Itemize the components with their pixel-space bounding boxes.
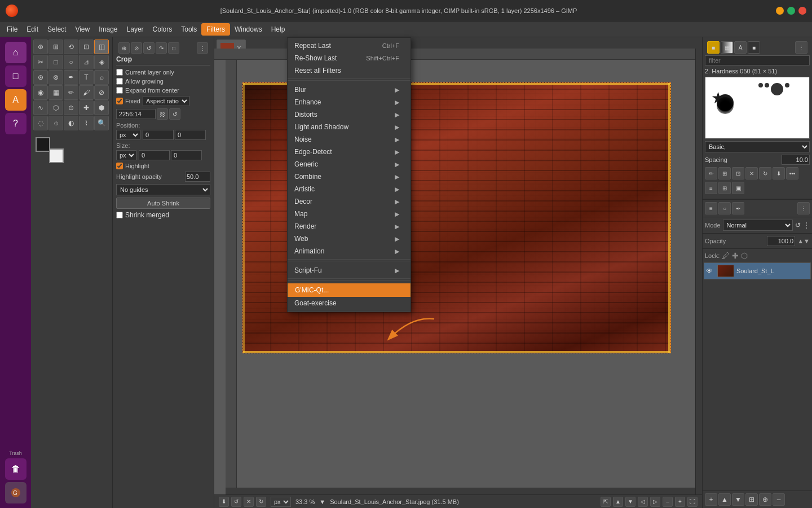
tool-pencil[interactable]: ✏	[64, 85, 78, 100]
zoom-out-icon[interactable]: –	[663, 497, 673, 507]
nav-down-icon[interactable]: ▼	[625, 497, 636, 507]
nav-up-icon[interactable]: ▲	[613, 497, 623, 507]
size-view-icon[interactable]: ▣	[732, 182, 744, 194]
generic-item[interactable]: Generic ▶	[288, 158, 411, 170]
fullscreen-icon[interactable]: ⛶	[687, 497, 698, 507]
edit-icon[interactable]: ✏	[705, 167, 717, 179]
more-icon[interactable]: •••	[786, 167, 798, 179]
enhance-item[interactable]: Enhance ▶	[288, 96, 411, 108]
tool-dodge-burn[interactable]: ◐	[64, 116, 78, 130]
dock-help[interactable]: ?	[5, 113, 27, 134]
foreground-color[interactable]	[36, 137, 50, 152]
tool-blur-sharpen[interactable]: ◌	[33, 116, 48, 130]
close-button[interactable]	[798, 7, 806, 15]
tool-airbrush[interactable]: ∿	[33, 100, 48, 115]
layer-item[interactable]: 👁 Soulard_St_L	[704, 262, 811, 279]
edge-detect-item[interactable]: Edge-Detect ▶	[288, 146, 411, 158]
highlight-opacity-input[interactable]	[185, 172, 210, 182]
vertical-scrollbar[interactable]	[695, 49, 702, 494]
copy-icon[interactable]: ⊞	[718, 167, 731, 179]
animation-item[interactable]: Animation ▶	[288, 245, 411, 257]
pos-x-input[interactable]	[143, 130, 174, 140]
position-unit-select[interactable]: px%mm	[116, 130, 140, 140]
tool-foreground-select[interactable]: ⊗	[48, 70, 63, 85]
repeat-last-item[interactable]: Repeat Last Ctrl+F	[288, 40, 411, 52]
new-layer-button[interactable]: +	[705, 493, 717, 506]
tool-options-icon4[interactable]: ↷	[156, 42, 167, 54]
noise-item[interactable]: Noise ▶	[288, 133, 411, 146]
menu-windows[interactable]: Windows	[230, 24, 267, 35]
gmic-item[interactable]: G'MIC-Qt...	[288, 283, 411, 297]
aspect-ratio-select[interactable]: Aspect ratio Width Height Size	[143, 96, 189, 106]
dock-home[interactable]: ⌂	[5, 42, 27, 63]
tool-paintbrush[interactable]: 🖌	[79, 85, 94, 100]
opacity-stepper[interactable]: ▲▼	[797, 238, 810, 244]
allow-growing-checkbox[interactable]	[116, 78, 123, 85]
export-icon[interactable]: ⬇	[219, 497, 229, 507]
shrink-merged-checkbox[interactable]	[116, 212, 123, 218]
delete-brush-icon[interactable]: ✕	[745, 167, 758, 179]
delete-icon[interactable]: ✕	[244, 497, 254, 507]
tool-eraser[interactable]: ⊘	[94, 85, 109, 100]
expand-from-center-checkbox[interactable]	[116, 87, 123, 94]
mode-more-icon[interactable]: ⋮	[803, 221, 810, 229]
menu-edit[interactable]: Edit	[22, 24, 43, 35]
menu-layer[interactable]: Layer	[122, 24, 148, 35]
pos-y-input[interactable]	[175, 130, 206, 140]
dock-window[interactable]: □	[5, 65, 27, 87]
dimension-reset[interactable]: ↺	[169, 108, 180, 120]
layer-visibility-icon[interactable]: 👁	[706, 267, 715, 275]
reset-all-filters-item[interactable]: Reset all Filters	[288, 64, 411, 77]
tool-select-by-color[interactable]: ⊛	[33, 70, 48, 85]
tool-paths[interactable]: ✒	[64, 70, 78, 85]
tool-options-icon5[interactable]: □	[168, 42, 179, 54]
web-item[interactable]: Web ▶	[288, 233, 411, 245]
menu-filters[interactable]: Filters	[201, 23, 230, 36]
maximize-button[interactable]	[787, 7, 795, 15]
tool-options-icon3[interactable]: ↺	[143, 42, 155, 54]
dock-gimp[interactable]: G	[5, 482, 27, 503]
grid-view-icon[interactable]: ⊞	[718, 182, 731, 194]
background-color[interactable]	[49, 148, 64, 163]
horizontal-scrollbar[interactable]	[226, 488, 702, 494]
dock-trash[interactable]: 🗑	[5, 458, 27, 480]
decor-item[interactable]: Decor ▶	[288, 195, 411, 208]
unit-select[interactable]: px	[271, 497, 291, 507]
tool-blend[interactable]: ▦	[48, 85, 63, 100]
panel-color-icon[interactable]: ■	[707, 41, 720, 54]
minimize-button[interactable]	[776, 7, 784, 15]
reshow-last-item[interactable]: Re-Show Last Shift+Ctrl+F	[288, 52, 411, 64]
brush-style-select[interactable]: Basic, Pencil Ink	[705, 141, 810, 152]
panel-gradient-icon[interactable]: ▦	[721, 41, 733, 54]
zoom-in-icon[interactable]: +	[675, 497, 685, 507]
menu-colors[interactable]: Colors	[148, 24, 177, 35]
light-and-shadow-item[interactable]: Light and Shadow ▶	[288, 121, 411, 133]
panel-expand-icon[interactable]: ⋮	[795, 41, 807, 54]
menu-view[interactable]: View	[70, 24, 94, 35]
size-h-input[interactable]	[171, 150, 202, 160]
tool-text[interactable]: T	[79, 70, 94, 85]
nav-right-icon[interactable]: ▷	[650, 497, 660, 507]
tool-bucket-fill[interactable]: ◉	[33, 85, 48, 100]
tool-smudge[interactable]: ⌽	[48, 116, 63, 130]
list-view-icon[interactable]: ≡	[705, 182, 717, 194]
tool-color-picker[interactable]: ⌇	[79, 116, 94, 130]
opacity-input[interactable]	[767, 236, 795, 246]
layers-tab[interactable]: ≡	[705, 202, 717, 214]
tool-measure[interactable]: ⌕	[94, 70, 109, 85]
map-item[interactable]: Map ▶	[288, 208, 411, 220]
menu-select[interactable]: Select	[43, 24, 70, 35]
menu-file[interactable]: File	[2, 24, 22, 35]
refresh-icon[interactable]: ↻	[759, 167, 771, 179]
tool-scale[interactable]: ⊡	[79, 40, 94, 54]
undo-icon[interactable]: ↺	[231, 497, 241, 507]
tool-free-select[interactable]: ⊿	[79, 55, 94, 69]
size-w-input[interactable]	[139, 150, 170, 160]
tool-transform[interactable]: ⟲	[64, 40, 78, 54]
delete-layer-button[interactable]: –	[773, 493, 785, 506]
tool-ink[interactable]: ⬡	[48, 100, 63, 115]
highlight-checkbox[interactable]	[116, 163, 123, 169]
tool-clone[interactable]: ⊙	[64, 100, 78, 115]
combine-item[interactable]: Combine ▶	[288, 170, 411, 183]
export-brush-icon[interactable]: ⬇	[773, 167, 785, 179]
